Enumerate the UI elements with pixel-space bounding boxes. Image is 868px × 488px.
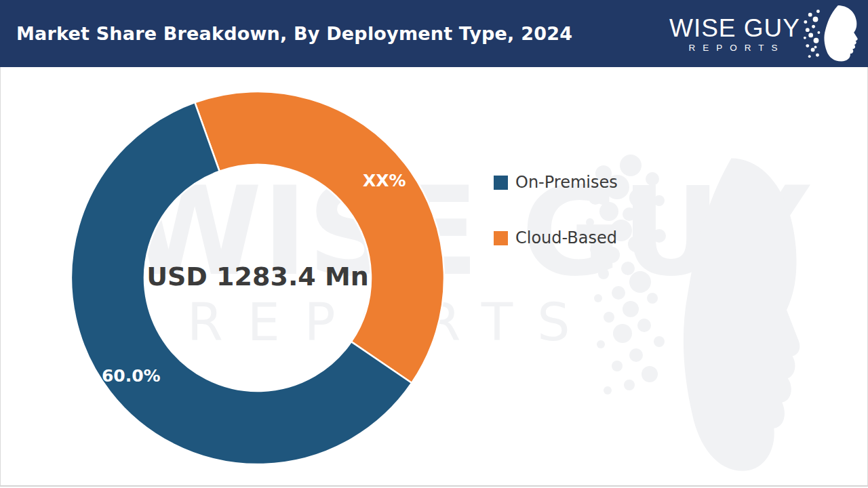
legend-item-label: On-Premises: [515, 174, 618, 190]
legend-item-label: Cloud-Based: [515, 230, 617, 246]
legend: On-Premises Cloud-Based: [494, 174, 618, 246]
legend-item-cloud-based: Cloud-Based: [494, 230, 618, 246]
legend-swatch-cloud-based-icon: [494, 231, 508, 245]
wiseguy-logo: WISE GUY REPORTS: [669, 4, 859, 64]
header-bar: Market Share Breakdown, By Deployment Ty…: [0, 0, 868, 67]
legend-swatch-on-premises-icon: [494, 176, 508, 190]
wiseguy-face-icon: [802, 5, 859, 63]
center-value: USD 1283.4 Mn: [146, 262, 369, 291]
legend-item-on-premises: On-Premises: [494, 174, 618, 190]
page-root: { "page": { "background": "#ffffff", "bo…: [0, 0, 868, 488]
slice-label-cloud-based: XX%: [363, 171, 406, 190]
logo-text: WISE GUY REPORTS: [669, 16, 800, 53]
logo-wordmark: WISE GUY: [669, 16, 800, 41]
page-title: Market Share Breakdown, By Deployment Ty…: [16, 23, 572, 44]
donut-chart: USD 1283.4 Mn 60.0%XX%: [0, 0, 868, 488]
donut-slice-cloud-based: [195, 92, 444, 383]
slice-label-on-premises: 60.0%: [102, 366, 161, 386]
logo-subtitle: REPORTS: [684, 43, 785, 53]
bottom-border-line: [0, 485, 868, 487]
